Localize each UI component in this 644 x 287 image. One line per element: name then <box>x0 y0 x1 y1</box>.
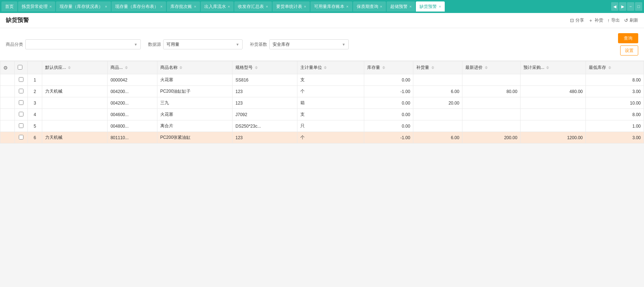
row-checkbox-cell[interactable] <box>15 86 28 97</box>
row-unit: 箱 <box>297 97 364 109</box>
row-checkbox-cell[interactable] <box>15 120 28 132</box>
export-button[interactable]: ↑ 导出 <box>608 17 620 23</box>
col-header-stock[interactable]: 库存量 <box>364 61 413 74</box>
row-est-purchase: 1200.00 <box>521 132 586 144</box>
tab-minimize-btn[interactable]: − <box>627 2 634 11</box>
share-icon: ⊡ <box>570 18 574 23</box>
row-est-purchase <box>521 97 586 109</box>
row-product-name: 火花塞 <box>157 74 232 86</box>
tab-close-shortage[interactable]: × <box>439 4 441 9</box>
tab-summary[interactable]: 收发存汇总表 × <box>234 1 271 12</box>
row-checkbox[interactable] <box>19 100 23 105</box>
col-header-est-purchase[interactable]: 预计采购... <box>521 61 586 74</box>
row-num: 5 <box>28 120 42 132</box>
row-checkbox[interactable] <box>19 112 23 116</box>
row-replenish-qty: 6.00 <box>413 86 462 97</box>
tab-close-stock-status[interactable]: × <box>105 4 107 9</box>
row-spec: DS250*23c... <box>232 120 297 132</box>
row-latest-price: 200.00 <box>462 132 521 144</box>
row-checkbox[interactable] <box>19 89 23 93</box>
table-header-row: ⚙ 默认供应... 商品... <box>0 61 644 74</box>
tab-close-flow[interactable]: × <box>228 4 230 9</box>
tab-close-batch[interactable]: × <box>194 4 196 9</box>
row-settings-cell <box>0 74 15 86</box>
settings-gear-icon[interactable]: ⚙ <box>3 65 8 71</box>
row-num: 2 <box>28 86 42 97</box>
row-spec: J7092 <box>232 109 297 120</box>
table-row: 2 力天机械 004200... PC200油缸缸子 123 个 -1.00 6… <box>0 86 644 97</box>
tab-overstock[interactable]: 超储预警 × <box>387 1 415 12</box>
tab-close-overstock[interactable]: × <box>409 4 412 9</box>
row-checkbox[interactable] <box>19 135 23 140</box>
tab-shortage[interactable]: 缺货预警 × <box>416 1 444 12</box>
col-header-min-stock[interactable]: 最低库存 <box>586 61 644 74</box>
tab-close-abnormal[interactable]: × <box>49 4 52 9</box>
share-button[interactable]: ⊡ 分享 <box>570 17 584 23</box>
filter-category-group: 商品分类 ▼ <box>6 39 141 49</box>
tab-available[interactable]: 可用量库存账本 × <box>310 1 352 12</box>
tab-stock-dist[interactable]: 现存量（库存分布表） × <box>112 1 166 12</box>
col-header-supplier[interactable]: 默认供应... <box>42 61 108 74</box>
row-stock: -1.00 <box>364 86 413 97</box>
tab-close-demand[interactable]: × <box>304 4 306 9</box>
tab-batch[interactable]: 库存批次账 × <box>167 1 200 12</box>
table-row: 5 004800... 离合片 DS250*23c... 只 0.00 1.00 <box>0 120 644 132</box>
row-stock: -1.00 <box>364 132 413 144</box>
replenish-select[interactable]: 安全库存 ▼ <box>269 39 349 49</box>
tab-close-stock-dist[interactable]: × <box>160 4 162 9</box>
sort-icon-stock <box>382 66 385 69</box>
row-checkbox-cell[interactable] <box>15 109 28 120</box>
replenish-button[interactable]: ＋ 补货 <box>588 17 603 24</box>
tab-bar: 首页 拣货异常处理 × 现存量（库存状况表） × 现存量（库存分布表） × 库存… <box>0 0 644 13</box>
tab-abnormal[interactable]: 拣货异常处理 × <box>18 1 55 12</box>
row-checkbox-cell[interactable] <box>15 132 28 144</box>
tab-demand[interactable]: 要货单统计表 × <box>273 1 310 12</box>
col-header-unit[interactable]: 主计量单位 <box>297 61 364 74</box>
col-header-settings[interactable]: ⚙ <box>0 61 15 74</box>
col-header-spec[interactable]: 规格型号 <box>232 61 297 74</box>
settings-button[interactable]: 设置 <box>620 45 638 56</box>
row-min-stock: 10.00 <box>586 97 644 109</box>
tab-flow[interactable]: 出入库流水 × <box>201 1 234 12</box>
filter-area: 商品分类 ▼ 数据源 可用量 ▼ 补货基数 安全库存 ▼ 查询 设置 <box>0 28 644 61</box>
select-all-checkbox[interactable] <box>18 65 22 70</box>
table-row: 1 0000042 火花塞 SS816 支 0.00 8.00 <box>0 74 644 86</box>
tab-expiry[interactable]: 保质期查询 × <box>353 1 386 12</box>
row-supplier: 力天机械 <box>42 132 108 144</box>
query-button[interactable]: 查询 <box>618 33 638 43</box>
refresh-button[interactable]: ↺ 刷新 <box>624 17 638 23</box>
row-product-name: PC200油缸缸子 <box>157 86 232 97</box>
row-checkbox-cell[interactable] <box>15 74 28 86</box>
col-header-latest-price[interactable]: 最新进价 <box>462 61 521 74</box>
category-select[interactable]: ▼ <box>25 39 141 49</box>
sort-icon-supplier <box>68 66 71 69</box>
tab-close-summary[interactable]: × <box>266 4 268 9</box>
col-header-product-code[interactable]: 商品... <box>108 61 157 74</box>
datasource-select[interactable]: 可用量 ▼ <box>163 39 243 49</box>
row-stock: 0.00 <box>364 120 413 132</box>
tab-maximize-btn[interactable]: □ <box>635 2 642 11</box>
sort-icon-product-code <box>125 66 128 69</box>
tab-close-expiry[interactable]: × <box>380 4 382 9</box>
tab-close-available[interactable]: × <box>346 4 348 9</box>
row-replenish-qty <box>413 120 462 132</box>
row-product-code: 004800... <box>108 120 157 132</box>
tab-home[interactable]: 首页 <box>1 1 17 12</box>
tab-next-btn[interactable]: ▶ <box>619 2 626 11</box>
row-min-stock: 1.00 <box>586 120 644 132</box>
row-product-name: 离合片 <box>157 120 232 132</box>
row-checkbox[interactable] <box>19 77 23 82</box>
row-latest-price <box>462 74 521 86</box>
tab-stock-status[interactable]: 现存量（库存状况表） × <box>56 1 110 12</box>
row-stock: 0.00 <box>364 97 413 109</box>
col-header-replenish-qty[interactable]: 补货量 <box>413 61 462 74</box>
row-est-purchase <box>521 109 586 120</box>
row-checkbox-cell[interactable] <box>15 97 28 109</box>
col-header-checkbox[interactable] <box>15 61 28 74</box>
tab-prev-btn[interactable]: ◀ <box>611 2 618 11</box>
filter-datasource-group: 数据源 可用量 ▼ <box>148 39 243 49</box>
row-checkbox[interactable] <box>19 123 23 128</box>
col-header-product-name[interactable]: 商品名称 <box>157 61 232 74</box>
filter-datasource-label: 数据源 <box>148 41 161 48</box>
row-unit: 个 <box>297 132 364 144</box>
